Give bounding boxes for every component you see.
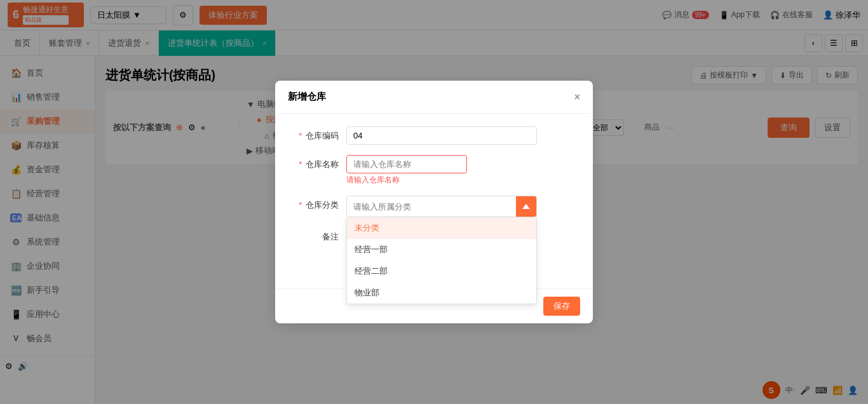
code-input[interactable]: [346, 126, 537, 145]
category-input-row: [346, 196, 537, 217]
note-label: 备注: [288, 227, 339, 243]
modal-header: 新增仓库 ×: [275, 81, 593, 114]
name-error-msg: 请输入仓库名称: [346, 175, 580, 185]
modal-overlay: 新增仓库 × * 仓库编码 * 仓库名称 请输入仓库名称: [0, 0, 868, 404]
form-row-category: * 仓库分类 未分类 经营一部 经营二部 物业部: [288, 196, 580, 217]
code-label: * 仓库编码: [288, 126, 339, 142]
category-option-unclassified[interactable]: 未分类: [347, 217, 536, 239]
required-star: *: [299, 131, 302, 140]
modal-add-warehouse: 新增仓库 × * 仓库编码 * 仓库名称 请输入仓库名称: [275, 81, 593, 323]
category-dropdown: 未分类 经营一部 经营二部 物业部: [346, 196, 537, 217]
category-toggle-btn[interactable]: [516, 196, 536, 217]
required-star-name: *: [299, 159, 302, 169]
name-label: * 仓库名称: [288, 155, 339, 170]
name-input[interactable]: [346, 155, 467, 173]
form-row-code: * 仓库编码: [288, 126, 580, 145]
category-dropdown-list: 未分类 经营一部 经营二部 物业部: [346, 217, 537, 304]
category-label: * 仓库分类: [288, 196, 339, 211]
modal-close-btn[interactable]: ×: [574, 91, 580, 103]
required-star-cat: *: [299, 200, 302, 210]
category-option-property[interactable]: 物业部: [347, 282, 536, 304]
save-btn[interactable]: 保存: [543, 297, 580, 316]
category-option-dept1[interactable]: 经营一部: [347, 239, 536, 260]
form-row-name: * 仓库名称 请输入仓库名称: [288, 155, 580, 185]
name-field-wrapper: 请输入仓库名称: [346, 155, 580, 185]
modal-title: 新增仓库: [288, 91, 326, 103]
modal-body: * 仓库编码 * 仓库名称 请输入仓库名称 *: [275, 114, 593, 288]
category-option-dept2[interactable]: 经营二部: [347, 260, 536, 282]
category-input[interactable]: [347, 198, 516, 215]
